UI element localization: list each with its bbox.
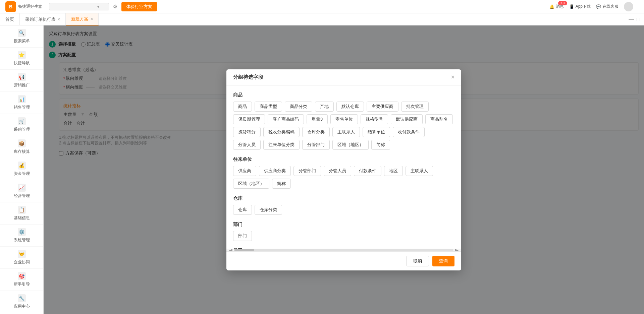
field-product-alias[interactable]: 商品别名 (425, 114, 453, 124)
sidebar-sales-label: 销售管理 (14, 105, 30, 110)
online-service-nav[interactable]: 💬 在线客服 (596, 4, 619, 9)
dialog-backdrop: 分组待选字段 × 商品 商品 商品类型 商品分类 产地 默认仓库 主要供应商 (44, 25, 644, 314)
dialog-close-btn[interactable]: × (451, 74, 454, 80)
field-pick-points[interactable]: 拣货积分 (233, 127, 261, 137)
field-retail-unit[interactable]: 零售单位 (330, 114, 358, 124)
search-box[interactable]: ▼ (49, 3, 109, 10)
field-supplier-category[interactable]: 供应商分类 (259, 166, 291, 176)
tab-bar: 首页 采购订单执行表 × 新建方案 × ― □ (0, 13, 644, 25)
tab-new-plan-close[interactable]: × (91, 17, 93, 21)
field-payment-cond[interactable]: 付款条件 (354, 166, 381, 176)
field-main-contact2[interactable]: 主联系人 (406, 166, 433, 176)
field-default-supplier[interactable]: 默认供应商 (391, 114, 423, 124)
search-input[interactable] (53, 4, 96, 9)
tab-expand-icon[interactable]: □ (637, 16, 640, 22)
bell-icon: 🔔 (549, 4, 554, 9)
field-dept[interactable]: 部门 (233, 231, 252, 241)
field-tax-code[interactable]: 税收分类编码 (263, 127, 300, 137)
field-product-type[interactable]: 商品类型 (255, 102, 282, 112)
field-main-contact[interactable]: 主联系人 (332, 127, 360, 137)
sidebar-enterprise-label: 企业协同 (14, 259, 30, 265)
field-partner-supervisor[interactable]: 分管人员 (324, 166, 351, 176)
tab-purchase-order-close[interactable]: × (58, 17, 60, 22)
sidebar-operation-label: 经营管理 (14, 193, 30, 199)
section-dept: 部门 部门 (233, 222, 454, 241)
field-supervisor[interactable]: 分管人员 (233, 140, 261, 150)
top-header: B 畅捷通好生意 ▼ ⚙ 体验行业方案 🔔 消息 99+ 📱 App下载 💬 在… (0, 0, 644, 13)
sidebar-item-purchase[interactable]: 🛒 采购管理 (0, 114, 43, 136)
inventory-icon: 📦 (18, 139, 26, 147)
logo-icon: B (5, 1, 16, 12)
sidebar-inventory-label: 库存核算 (14, 149, 30, 154)
sidebar-item-finance[interactable]: 💰 资金管理 (0, 158, 43, 180)
tab-new-plan[interactable]: 新建方案 × (66, 13, 99, 25)
header-right: 🔔 消息 99+ 📱 App下载 💬 在线客服 (549, 2, 639, 11)
sidebar-basic-label: 基础信息 (14, 215, 30, 221)
sidebar-item-guide[interactable]: 🎯 新手引导 (0, 269, 43, 291)
tab-purchase-order[interactable]: 采购订单执行表 × (20, 13, 66, 25)
field-shelf-life[interactable]: 保质期管理 (233, 114, 265, 124)
field-district[interactable]: 地区 (384, 166, 403, 176)
appcenter-icon: 🔧 (18, 294, 26, 302)
sidebar-guide-label: 新手引导 (14, 281, 30, 287)
tab-collapse-icon[interactable]: ― (629, 16, 634, 22)
sidebar-item-inventory[interactable]: 📦 库存核算 (0, 136, 43, 158)
section-partner-title: 往来单位 (233, 156, 454, 163)
experience-btn[interactable]: 体验行业方案 (121, 2, 157, 11)
sidebar-item-marketing[interactable]: 📢 营销推广 (0, 70, 43, 92)
field-supplier[interactable]: 供应商 (233, 166, 256, 176)
field-partner-category[interactable]: 往来单位分类 (263, 140, 300, 150)
sidebar-item-system[interactable]: ⚙️ 系统管理 (0, 225, 43, 247)
sidebar-finance-label: 资金管理 (14, 171, 30, 177)
sidebar-appcenter-label: 应用中心 (14, 304, 30, 309)
section-partner: 往来单位 供应商 供应商分类 分管部门 分管人员 付款条件 地区 主联系人 区域… (233, 156, 454, 189)
tab-home[interactable]: 首页 (0, 13, 20, 25)
field-region2[interactable]: 区域（地区） (233, 179, 269, 189)
field-warehouse-cat[interactable]: 仓库分类 (255, 205, 282, 215)
settings-icon[interactable]: ⚙ (113, 3, 117, 10)
field-batch-mgmt[interactable]: 批次管理 (401, 102, 429, 112)
field-payment-terms[interactable]: 收付款条件 (393, 127, 425, 137)
sidebar-item-enterprise[interactable]: 🤝 企业协同 (0, 247, 43, 269)
sidebar-item-sales[interactable]: 📊 销售管理 (0, 92, 43, 114)
app-download-nav[interactable]: 📱 App下载 (569, 4, 591, 9)
tab-home-label: 首页 (5, 16, 14, 22)
cancel-button[interactable]: 取消 (406, 256, 429, 266)
field-short-name[interactable]: 简称 (371, 140, 390, 150)
field-settle-unit[interactable]: 结算单位 (363, 127, 390, 137)
field-origin[interactable]: 产地 (315, 102, 334, 112)
sidebar-item-quicknav[interactable]: ⭐ 快捷导航 (0, 48, 43, 70)
field-weight[interactable]: 重量3 (307, 114, 328, 124)
online-service-label: 在线客服 (602, 4, 619, 9)
section-dept-fields: 部门 (233, 231, 454, 241)
field-partner-dept[interactable]: 分管部门 (293, 166, 321, 176)
sidebar-item-operation[interactable]: 📈 经营管理 (0, 180, 43, 202)
confirm-button[interactable]: 查询 (432, 256, 454, 266)
hscroll-thumb[interactable] (234, 249, 254, 251)
field-customer-code[interactable]: 客户商品编码 (268, 114, 304, 124)
section-product: 商品 商品 商品类型 商品分类 产地 默认仓库 主要供应商 批次管理 保质期管理… (233, 92, 454, 150)
field-product-category[interactable]: 商品分类 (285, 102, 312, 112)
dialog-hscroll[interactable]: ◀ ▶ (226, 249, 461, 251)
field-product[interactable]: 商品 (233, 102, 252, 112)
field-dept-mgmt[interactable]: 分管部门 (302, 140, 330, 150)
logo-area: B 畅捷通好生意 (5, 1, 49, 12)
sidebar-item-appcenter[interactable]: 🔧 应用中心 (0, 291, 43, 313)
avatar[interactable] (624, 2, 633, 11)
field-region[interactable]: 区域（地区） (332, 140, 369, 150)
main-layout: 🔍 搜索菜单 ⭐ 快捷导航 📢 营销推广 📊 销售管理 🛒 采购管理 📦 库存核… (0, 25, 644, 314)
field-default-warehouse[interactable]: 默认仓库 (336, 102, 364, 112)
quicknav-icon: ⭐ (18, 51, 26, 59)
field-short-name2[interactable]: 简称 (272, 179, 291, 189)
dropdown-icon[interactable]: ▼ (96, 4, 100, 9)
field-warehouse[interactable]: 仓库 (233, 205, 252, 215)
message-nav[interactable]: 🔔 消息 99+ (549, 4, 564, 9)
field-select-dialog: 分组待选字段 × 商品 商品 商品类型 商品分类 产地 默认仓库 主要供应商 (226, 69, 461, 270)
sidebar-item-basic[interactable]: 📋 基础信息 (0, 202, 43, 225)
field-spec-model[interactable]: 规格型号 (361, 114, 388, 124)
field-main-supplier[interactable]: 主要供应商 (367, 102, 398, 112)
content-area: 采购订单执行表方案设置 1 选择模板 汇总表 交叉统计表 2 (44, 25, 644, 314)
sidebar-item-search[interactable]: 🔍 搜索菜单 (0, 25, 43, 48)
dialog-body: 商品 商品 商品类型 商品分类 产地 默认仓库 主要供应商 批次管理 保质期管理… (226, 85, 461, 249)
field-warehouse-category[interactable]: 仓库分类 (302, 127, 330, 137)
